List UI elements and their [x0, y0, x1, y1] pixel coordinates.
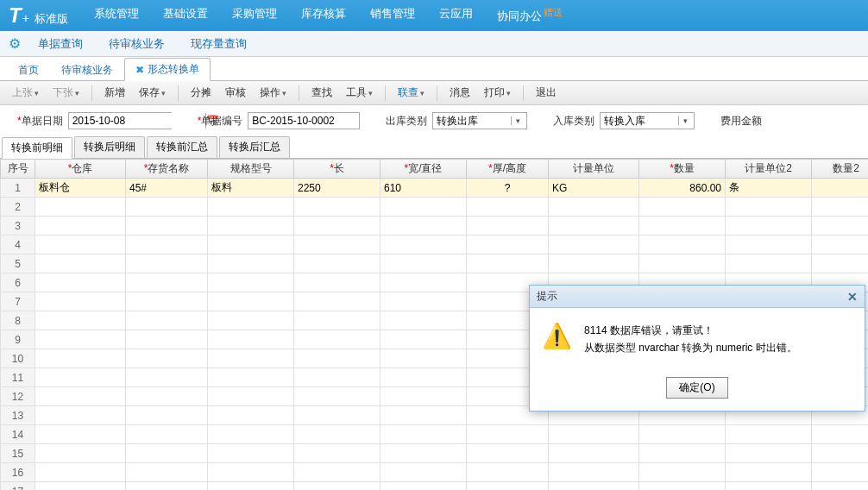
table-row[interactable]: 16 [1, 463, 869, 482]
menu-base[interactable]: 基础设置 [163, 6, 208, 24]
in-select[interactable]: 转换入库▾ [600, 112, 695, 129]
tb-split[interactable]: 分摊 [186, 84, 217, 102]
table-row[interactable]: 14 [1, 425, 869, 444]
tb-action[interactable]: 操作▾ [255, 84, 292, 102]
chevron-down-icon: ▾ [161, 89, 166, 97]
sub-menu: 单据查询 待审核业务 现存量查询 [38, 36, 247, 52]
logo-edition: 标准版 [35, 11, 68, 27]
toolbar-separator [91, 85, 92, 101]
sub-header: ⚙ 单据查询 待审核业务 现存量查询 [0, 31, 868, 57]
col-wid[interactable]: *宽/直径 [381, 160, 467, 179]
code-input[interactable] [248, 112, 360, 129]
tb-save[interactable]: 保存▾ [134, 84, 171, 102]
page-tabs: 首页 待审核业务 ✖ 形态转换单 [0, 57, 868, 81]
alert-dialog: 提示 ✕ ⚠️ 8114 数据库错误，请重试！ 从数据类型 nvarchar 转… [529, 285, 865, 411]
tb-next[interactable]: 下张▾ [47, 84, 85, 102]
menu-purchase[interactable]: 采购管理 [232, 6, 277, 24]
tb-audit[interactable]: 审核 [220, 84, 251, 102]
field-out: 出库类别 转换出库▾ [386, 112, 527, 129]
col-thk[interactable]: *厚/高度 [467, 160, 549, 179]
chevron-down-icon: ▾ [35, 89, 39, 97]
col-spec[interactable]: 规格型号 [208, 160, 294, 179]
chevron-down-icon: ▾ [506, 89, 511, 97]
tab-transform-label: 形态转换单 [148, 62, 199, 77]
close-icon[interactable]: ✕ [847, 290, 858, 304]
dtab-after-detail[interactable]: 转换后明细 [74, 136, 145, 158]
toolbar-separator [523, 85, 524, 101]
field-fee: 费用金额 [720, 114, 762, 129]
dialog-title-text: 提示 [537, 289, 557, 304]
col-uom[interactable]: 计量单位 [549, 160, 639, 179]
fee-label: 费用金额 [720, 114, 762, 129]
menu-system[interactable]: 系统管理 [94, 6, 139, 24]
tab-transform[interactable]: ✖ 形态转换单 [124, 58, 211, 81]
chevron-down-icon: ▾ [75, 89, 79, 97]
sub-stock-query[interactable]: 现存量查询 [191, 36, 247, 52]
tb-prev[interactable]: 上张▾ [7, 84, 44, 102]
date-input[interactable] [69, 113, 205, 129]
dtab-before-detail[interactable]: 转换前明细 [2, 137, 72, 159]
col-wh[interactable]: *仓库 [35, 160, 126, 179]
sub-pending-audit[interactable]: 待审核业务 [109, 36, 165, 52]
chevron-down-icon: ▾ [282, 89, 286, 97]
dialog-message: 8114 数据库错误，请重试！ 从数据类型 nvarchar 转换为 numer… [584, 322, 797, 356]
menu-sales[interactable]: 销售管理 [370, 6, 415, 24]
dialog-body: ⚠️ 8114 数据库错误，请重试！ 从数据类型 nvarchar 转换为 nu… [530, 308, 865, 370]
sub-bill-query[interactable]: 单据查询 [38, 36, 83, 52]
tb-print[interactable]: 打印▾ [479, 84, 516, 102]
out-select[interactable]: 转换出库▾ [432, 112, 527, 129]
col-qty[interactable]: *数量 [639, 160, 726, 179]
out-label: 出库类别 [386, 114, 427, 129]
form-row: *单据日期 📅 *单据编号 出库类别 转换出库▾ 入库类别 转换入库▾ 费用金额 [0, 105, 868, 136]
grid-header: 序号 *仓库 *存货名称 规格型号 *长 *宽/直径 *厚/高度 计量单位 *数… [1, 160, 869, 179]
toolbar-separator [437, 85, 437, 101]
tab-home[interactable]: 首页 [7, 58, 50, 81]
col-len[interactable]: *长 [294, 160, 381, 179]
col-qty2[interactable]: 数量2 [812, 160, 869, 179]
dialog-line1: 8114 数据库错误，请重试！ [584, 322, 797, 339]
chevron-down-icon: ▾ [368, 89, 373, 97]
tb-msg[interactable]: 消息 [444, 84, 475, 102]
chevron-down-icon: ▾ [678, 116, 692, 125]
table-row[interactable]: 3 [1, 217, 869, 236]
tab-pending[interactable]: 待审核业务 [50, 58, 124, 81]
app-logo: T + 标准版 [9, 3, 68, 28]
gear-icon[interactable]: ⚙ [9, 35, 21, 52]
menu-inventory[interactable]: 库存核算 [301, 6, 346, 24]
logo-text: T [9, 3, 22, 28]
toolbar-separator [178, 85, 179, 101]
toolbar-separator [299, 85, 299, 101]
dtab-before-summary[interactable]: 转换前汇总 [147, 136, 217, 158]
col-seq[interactable]: 序号 [1, 160, 35, 179]
warning-icon: ⚠️ [542, 322, 572, 350]
main-menu: 系统管理 基础设置 采购管理 库存核算 销售管理 云应用 协同办公赠送 [94, 6, 563, 24]
date-input-wrap[interactable]: 📅 [68, 112, 172, 129]
table-row[interactable]: 5 [1, 254, 869, 273]
code-label: *单据编号 [198, 114, 243, 129]
in-label: 入库类别 [553, 114, 594, 129]
table-row[interactable]: 1板料仓45#板料2250610?KG860.00条 [1, 179, 869, 198]
tb-new[interactable]: 新增 [99, 84, 130, 102]
toolbar-separator [385, 85, 386, 101]
col-uom2[interactable]: 计量单位2 [726, 160, 812, 179]
table-row[interactable]: 2 [1, 198, 869, 217]
menu-cloud[interactable]: 云应用 [439, 6, 473, 24]
dtab-after-summary[interactable]: 转换后汇总 [219, 136, 290, 158]
menu-collab[interactable]: 协同办公赠送 [497, 6, 563, 24]
chevron-down-icon: ▾ [511, 116, 525, 125]
table-row[interactable]: 4 [1, 236, 869, 254]
col-inv[interactable]: *存货名称 [126, 160, 208, 179]
ok-button[interactable]: 确定(O) [666, 377, 727, 399]
table-row[interactable]: 15 [1, 444, 869, 463]
tb-find[interactable]: 查找 [306, 84, 337, 102]
logo-plus: + [22, 11, 29, 25]
dialog-line2: 从数据类型 nvarchar 转换为 numeric 时出错。 [584, 339, 797, 356]
tb-tools[interactable]: 工具▾ [341, 84, 378, 102]
tb-exit[interactable]: 退出 [531, 84, 562, 102]
chevron-down-icon: ▾ [420, 89, 425, 97]
toolbar: 上张▾ 下张▾ 新增 保存▾ 分摊 审核 操作▾ 查找 工具▾ 联查▾ 消息 打… [0, 81, 868, 105]
close-icon[interactable]: ✖ [135, 64, 144, 76]
table-row[interactable]: 17 [1, 482, 869, 491]
tb-link[interactable]: 联查▾ [393, 84, 430, 102]
date-label: *单据日期 [17, 114, 63, 129]
